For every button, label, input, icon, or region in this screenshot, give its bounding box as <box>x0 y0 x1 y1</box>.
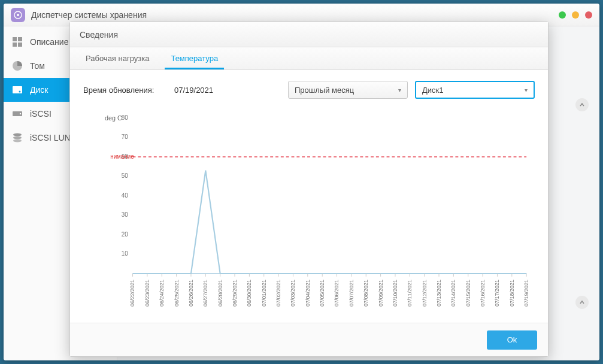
svg-text:07/11/2021: 07/11/2021 <box>407 280 413 307</box>
sidebar-item-label: Том <box>30 61 45 71</box>
svg-text:07/16/2021: 07/16/2021 <box>480 280 486 307</box>
overview-icon <box>12 37 23 47</box>
modal-body: Время обновления: 07/19/2021 Прошлый мес… <box>70 70 548 323</box>
svg-point-11 <box>13 134 22 136</box>
tab-workload[interactable]: Рабочая нагрузка <box>75 47 160 69</box>
scroll-up-knob[interactable] <box>575 296 589 309</box>
tab-label: Рабочая нагрузка <box>86 54 149 63</box>
modal-title: Сведения <box>70 22 548 47</box>
svg-text:20: 20 <box>122 231 128 238</box>
svg-text:06/26/2021: 06/26/2021 <box>188 280 194 307</box>
app-icon <box>11 8 25 22</box>
svg-text:07/05/2021: 07/05/2021 <box>319 280 325 307</box>
pie-icon <box>12 60 23 71</box>
sidebar-item-label: iSCSI <box>30 109 51 119</box>
modal-tabs: Рабочая нагрузка Температура <box>70 47 548 70</box>
sidebar-item-label: Описание <box>30 37 68 47</box>
window-title: Диспетчер системы хранения <box>31 10 147 20</box>
details-modal: Сведения Рабочая нагрузка Температура Вр… <box>69 22 549 357</box>
chevron-down-icon: ▾ <box>398 87 401 93</box>
svg-point-12 <box>13 136 22 139</box>
svg-text:07/02/2021: 07/02/2021 <box>275 280 281 307</box>
svg-text:40: 40 <box>122 192 128 199</box>
drive-icon <box>12 108 23 119</box>
svg-text:70: 70 <box>122 134 128 140</box>
traffic-lights <box>559 11 592 19</box>
scroll-up-knob[interactable] <box>575 98 589 111</box>
disk-select[interactable]: Диск1 ▾ <box>415 81 535 99</box>
svg-text:06/28/2021: 06/28/2021 <box>217 280 223 307</box>
svg-text:07/10/2021: 07/10/2021 <box>392 280 398 307</box>
svg-rect-3 <box>18 37 22 41</box>
svg-point-1 <box>17 14 19 16</box>
svg-text:06/23/2021: 06/23/2021 <box>144 280 150 307</box>
modal-footer: Ok <box>70 323 548 356</box>
svg-text:06/27/2021: 06/27/2021 <box>202 280 208 307</box>
svg-text:07/04/2021: 07/04/2021 <box>305 280 311 307</box>
svg-text:30: 30 <box>122 211 128 218</box>
svg-rect-4 <box>13 43 17 47</box>
svg-point-13 <box>13 139 22 142</box>
disk-select-value: Диск1 <box>422 86 443 95</box>
maximize-button[interactable] <box>572 11 579 19</box>
disk-icon <box>12 84 23 95</box>
temperature-chart: deg C1020304050607080нимание06/22/202106… <box>83 107 535 316</box>
update-time-value: 07/19/2021 <box>174 86 258 95</box>
svg-text:07/18/2021: 07/18/2021 <box>509 280 515 307</box>
svg-text:07/01/2021: 07/01/2021 <box>261 280 267 307</box>
svg-text:07/06/2021: 07/06/2021 <box>334 280 340 307</box>
svg-text:07/17/2021: 07/17/2021 <box>494 280 500 307</box>
tab-label: Температура <box>171 54 218 63</box>
close-button[interactable] <box>585 11 592 19</box>
svg-text:07/14/2021: 07/14/2021 <box>450 280 456 307</box>
svg-text:07/09/2021: 07/09/2021 <box>378 280 384 307</box>
svg-text:07/15/2021: 07/15/2021 <box>465 280 471 307</box>
svg-text:06/30/2021: 06/30/2021 <box>246 280 252 307</box>
controls-row: Время обновления: 07/19/2021 Прошлый мес… <box>83 81 535 99</box>
svg-text:07/19/2021: 07/19/2021 <box>523 280 529 307</box>
svg-text:07/03/2021: 07/03/2021 <box>290 280 296 307</box>
svg-text:07/07/2021: 07/07/2021 <box>349 280 354 307</box>
svg-text:50: 50 <box>122 172 128 179</box>
svg-text:06/25/2021: 06/25/2021 <box>174 280 180 307</box>
update-time-label: Время обновления: <box>83 86 167 95</box>
period-select[interactable]: Прошлый месяц ▾ <box>288 81 408 99</box>
app-window: Диспетчер системы хранения Описание Том <box>4 4 599 360</box>
ok-button[interactable]: Ok <box>487 330 537 350</box>
svg-text:06/29/2021: 06/29/2021 <box>232 280 238 307</box>
tab-temperature[interactable]: Температура <box>160 47 229 69</box>
svg-rect-5 <box>18 43 22 47</box>
sidebar-item-label: Диск <box>30 85 48 95</box>
svg-text:06/22/2021: 06/22/2021 <box>130 280 136 307</box>
svg-text:80: 80 <box>122 114 128 121</box>
period-select-value: Прошлый месяц <box>295 86 354 95</box>
svg-point-10 <box>20 113 21 114</box>
svg-rect-7 <box>13 86 22 93</box>
svg-text:10: 10 <box>122 250 128 257</box>
chevron-down-icon: ▾ <box>525 87 528 93</box>
minimize-button[interactable] <box>559 11 566 19</box>
svg-text:07/08/2021: 07/08/2021 <box>363 280 369 307</box>
svg-text:deg C: deg C <box>105 114 122 122</box>
sidebar-item-label: iSCSI LUN <box>30 133 71 142</box>
svg-rect-2 <box>13 37 17 41</box>
stack-icon <box>12 132 23 143</box>
svg-text:06/24/2021: 06/24/2021 <box>159 280 165 307</box>
svg-text:нимание: нимание <box>110 153 134 160</box>
svg-text:07/13/2021: 07/13/2021 <box>436 280 442 307</box>
svg-text:07/12/2021: 07/12/2021 <box>422 280 428 307</box>
svg-point-8 <box>19 91 21 93</box>
